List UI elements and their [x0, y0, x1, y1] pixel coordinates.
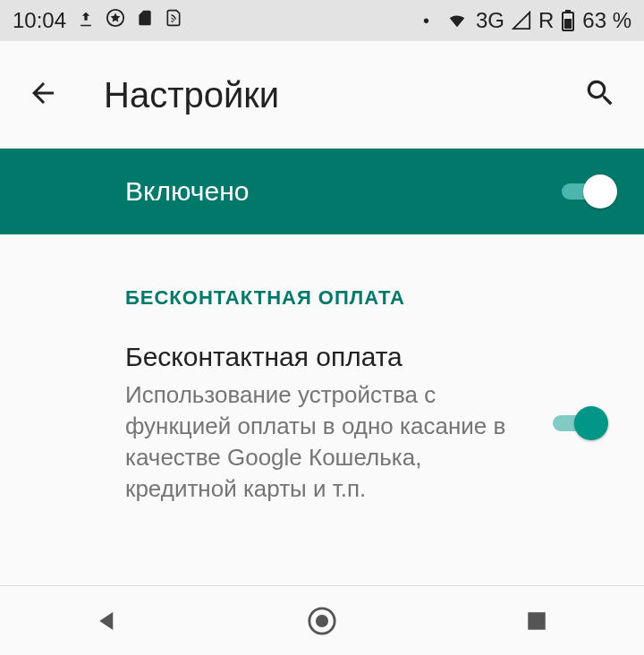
nav-back-button[interactable]	[89, 603, 125, 639]
svg-rect-6	[528, 612, 546, 630]
signal-icon	[512, 11, 531, 30]
nfc-icon	[165, 7, 182, 34]
wifi-icon	[445, 11, 469, 30]
sd-icon	[136, 8, 154, 33]
network-type: 3G	[476, 8, 504, 33]
svg-rect-2	[565, 10, 571, 13]
status-left: 10:04	[13, 7, 182, 34]
setting-text: Бесконтактная оплата Использование устро…	[125, 342, 553, 505]
status-time: 10:04	[13, 8, 66, 33]
page-title: Настройки	[104, 75, 583, 115]
section-header: БЕСКОНТАКТНАЯ ОПЛАТА	[0, 251, 644, 328]
back-button[interactable]	[27, 77, 59, 113]
battery-percent: 63 %	[582, 8, 631, 33]
nav-recent-button[interactable]	[519, 603, 555, 639]
svg-point-5	[316, 614, 328, 626]
svg-rect-3	[564, 19, 572, 29]
upload-icon	[77, 8, 95, 33]
star-icon	[106, 8, 125, 33]
app-bar: Настройки	[0, 41, 644, 149]
setting-title: Бесконтактная оплата	[125, 342, 526, 372]
search-button[interactable]	[583, 76, 617, 114]
master-switch-label: Включено	[125, 176, 562, 207]
dot-icon: •	[423, 11, 429, 31]
master-switch-row[interactable]: Включено	[0, 149, 644, 234]
contactless-payment-switch[interactable]	[553, 406, 608, 440]
battery-icon	[561, 10, 575, 31]
switch-thumb	[583, 174, 617, 208]
navigation-bar	[0, 585, 644, 655]
nav-home-button[interactable]	[304, 603, 340, 639]
switch-thumb	[574, 406, 608, 440]
master-switch[interactable]	[562, 174, 617, 208]
contactless-payment-row[interactable]: Бесконтактная оплата Использование устро…	[0, 328, 644, 519]
roaming-indicator: R	[538, 8, 554, 33]
status-right: • 3G R 63 %	[423, 8, 631, 33]
settings-content: БЕСКОНТАКТНАЯ ОПЛАТА Бесконтактная оплат…	[0, 234, 644, 519]
status-bar: 10:04 • 3G R 63 %	[0, 0, 644, 41]
setting-desc: Использование устройства с функцией опла…	[125, 379, 526, 505]
